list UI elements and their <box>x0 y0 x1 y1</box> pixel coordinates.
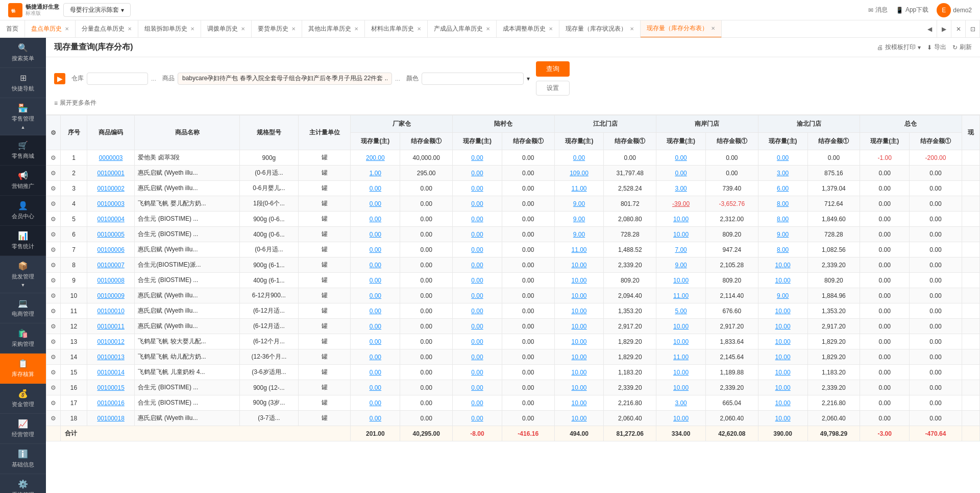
color-input[interactable] <box>422 73 524 85</box>
sidebar-item-ecommerce[interactable]: 💻 电商管理 <box>0 293 46 323</box>
row-gear-icon[interactable]: ⚙ <box>51 415 56 422</box>
gear-icon[interactable]: ⚙ <box>51 129 56 136</box>
tab-close-4[interactable]: ✕ <box>241 26 245 32</box>
row-settings[interactable]: ⚙ <box>46 166 61 181</box>
row-gear-icon[interactable]: ⚙ <box>51 369 56 376</box>
tab-4[interactable]: 调拨单历史 ✕ <box>201 20 252 38</box>
row-code[interactable]: 00100006 <box>87 242 135 257</box>
row-code[interactable]: 00100009 <box>87 288 135 303</box>
row-settings[interactable]: ⚙ <box>46 380 61 395</box>
tab-close-1[interactable]: ✕ <box>65 26 69 32</box>
row-code[interactable]: 00100012 <box>87 334 135 349</box>
row-gear-icon[interactable]: ⚙ <box>51 231 56 238</box>
tab-close-8[interactable]: ✕ <box>486 26 490 32</box>
row-gear-icon[interactable]: ⚙ <box>51 323 56 330</box>
row-code[interactable]: 00100013 <box>87 349 135 365</box>
tab-home[interactable]: 首页 <box>0 20 25 38</box>
row-settings[interactable]: ⚙ <box>46 411 61 426</box>
row-code[interactable]: 00100002 <box>87 181 135 196</box>
tab-close-9[interactable]: ✕ <box>549 26 553 32</box>
row-settings[interactable]: ⚙ <box>46 212 61 227</box>
goods-input[interactable] <box>178 73 392 85</box>
row-code[interactable]: 00100001 <box>87 166 135 181</box>
row-code[interactable]: 00100018 <box>87 411 135 426</box>
row-settings[interactable]: ⚙ <box>46 288 61 303</box>
tab-9[interactable]: 成本调整单历史 ✕ <box>497 20 559 38</box>
tab-close-3[interactable]: ✕ <box>190 26 194 32</box>
tab-close-10[interactable]: ✕ <box>630 26 634 32</box>
sidebar-item-marketing[interactable]: 📢 营销推广 <box>0 166 46 196</box>
row-gear-icon[interactable]: ⚙ <box>51 262 56 269</box>
row-code[interactable]: 00100008 <box>87 273 135 288</box>
row-gear-icon[interactable]: ⚙ <box>51 292 56 299</box>
query-button[interactable]: 查询 <box>536 61 570 77</box>
row-code[interactable]: 00100003 <box>87 196 135 212</box>
row-gear-icon[interactable]: ⚙ <box>51 308 56 315</box>
tab-3[interactable]: 组装拆卸单历史 ✕ <box>138 20 201 38</box>
row-settings[interactable]: ⚙ <box>46 181 61 196</box>
row-code[interactable]: 0000003 <box>87 150 135 166</box>
row-gear-icon[interactable]: ⚙ <box>51 170 56 177</box>
row-settings[interactable]: ⚙ <box>46 242 61 257</box>
row-code[interactable]: 00100016 <box>87 395 135 411</box>
row-settings[interactable]: ⚙ <box>46 303 61 319</box>
tab-1[interactable]: 盘点单历史 ✕ <box>25 20 76 38</box>
row-code[interactable]: 00100010 <box>87 303 135 319</box>
row-code[interactable]: 00100005 <box>87 227 135 242</box>
row-gear-icon[interactable]: ⚙ <box>51 277 56 284</box>
sidebar-item-nav[interactable]: ⊞ 快捷导航 <box>0 68 46 98</box>
row-settings[interactable]: ⚙ <box>46 319 61 334</box>
row-settings[interactable]: ⚙ <box>46 257 61 273</box>
warehouse-input[interactable] <box>87 73 148 85</box>
row-gear-icon[interactable]: ⚙ <box>51 354 56 361</box>
row-gear-icon[interactable]: ⚙ <box>51 400 56 407</box>
tab-2[interactable]: 分量盘点单历史 ✕ <box>76 20 138 38</box>
row-code[interactable]: 00100015 <box>87 380 135 395</box>
row-settings[interactable]: ⚙ <box>46 395 61 411</box>
goods-dots[interactable]: ... <box>395 75 400 82</box>
row-settings[interactable]: ⚙ <box>46 227 61 242</box>
tab-6[interactable]: 其他出库单历史 ✕ <box>302 20 365 38</box>
app-download-btn[interactable]: 📱 App下载 <box>896 6 928 14</box>
sidebar-item-shop[interactable]: 🛒 零售商城 <box>0 135 46 166</box>
tab-close-all-btn[interactable]: ✕ <box>951 20 966 38</box>
tab-close-5[interactable]: ✕ <box>291 26 296 32</box>
row-gear-icon[interactable]: ⚙ <box>51 384 56 391</box>
row-gear-icon[interactable]: ⚙ <box>51 216 56 223</box>
sidebar-item-basic-info[interactable]: ℹ️ 基础信息 <box>0 444 46 474</box>
expand-conditions-btn[interactable]: ≡ 展开更多条件 <box>54 99 972 107</box>
row-code[interactable]: 00100014 <box>87 365 135 380</box>
row-settings[interactable]: ⚙ <box>46 365 61 380</box>
settings-button[interactable]: 设置 <box>536 81 570 96</box>
tab-expand-btn[interactable]: ⊡ <box>966 20 980 38</box>
row-settings[interactable]: ⚙ <box>46 273 61 288</box>
refresh-btn[interactable]: ↻ 刷新 <box>952 43 972 52</box>
warehouse-dots[interactable]: ... <box>151 75 156 82</box>
row-gear-icon[interactable]: ⚙ <box>51 185 56 192</box>
row-code[interactable]: 00100004 <box>87 212 135 227</box>
row-settings[interactable]: ⚙ <box>46 349 61 365</box>
tab-next-btn[interactable]: ▶ <box>937 20 951 38</box>
row-gear-icon[interactable]: ⚙ <box>51 338 56 345</box>
tab-close-11[interactable]: ✕ <box>711 26 715 31</box>
row-gear-icon[interactable]: ⚙ <box>51 246 56 253</box>
row-gear-icon[interactable]: ⚙ <box>51 154 56 161</box>
tab-5[interactable]: 要货单历史 ✕ <box>252 20 302 38</box>
print-btn[interactable]: 🖨 按模板打印 ▾ <box>877 43 921 52</box>
user-area[interactable]: E demo2 <box>937 3 972 17</box>
message-btn[interactable]: ✉ 消息 <box>868 6 888 14</box>
sidebar-item-system[interactable]: ⚙️ 系统管理 <box>0 474 46 493</box>
sidebar-item-inventory[interactable]: 📋 库存核算 <box>0 354 46 384</box>
sidebar-item-retail-stats[interactable]: 📊 零售统计 <box>0 226 46 256</box>
row-code[interactable]: 00100011 <box>87 319 135 334</box>
row-settings[interactable]: ⚙ <box>46 196 61 212</box>
row-settings[interactable]: ⚙ <box>46 150 61 166</box>
export-btn[interactable]: ⬇ 导出 <box>927 43 946 52</box>
row-gear-icon[interactable]: ⚙ <box>51 200 56 207</box>
row-code[interactable]: 00100007 <box>87 257 135 273</box>
sidebar-item-wholesale[interactable]: 📦 批发管理 ▼ <box>0 256 46 293</box>
sidebar-item-purchase[interactable]: 🛍️ 采购管理 <box>0 323 46 354</box>
tab-close-7[interactable]: ✕ <box>417 26 421 32</box>
tab-7[interactable]: 材料出库单历史 ✕ <box>365 20 428 38</box>
tab-8[interactable]: 产成品入库单历史 ✕ <box>428 20 497 38</box>
